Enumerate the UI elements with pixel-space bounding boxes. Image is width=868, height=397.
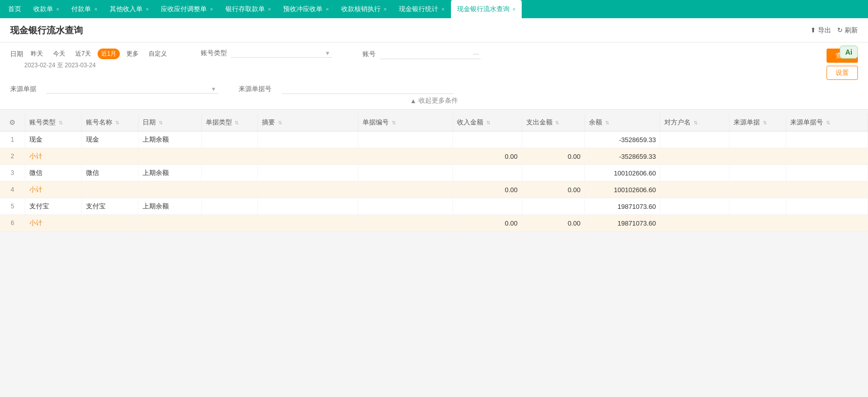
row-counterpart bbox=[660, 131, 729, 148]
header-actions: ⬆ 导出 ↻ 刷新 bbox=[810, 26, 858, 35]
close-receipt-verify-icon[interactable]: × bbox=[384, 6, 387, 12]
close-receipt-icon[interactable]: × bbox=[56, 6, 59, 12]
col-summary-header[interactable]: 摘要 ⇅ bbox=[258, 114, 358, 131]
row-summary bbox=[258, 131, 358, 148]
close-payment-icon[interactable]: × bbox=[94, 6, 97, 12]
account-type-arrow-icon: ▼ bbox=[325, 50, 330, 56]
nav-tab-receipt-verify[interactable]: 收款核销执行 × bbox=[335, 0, 393, 18]
row-src-doc bbox=[729, 131, 786, 148]
nav-tab-other-income[interactable]: 其他收入单 × bbox=[104, 0, 155, 18]
export-icon: ⬆ bbox=[810, 26, 816, 34]
refresh-label: 刷新 bbox=[845, 26, 858, 35]
source-doc-select[interactable]: ▼ bbox=[47, 85, 218, 94]
account-dots-icon[interactable]: ··· bbox=[473, 50, 479, 58]
close-ar-ap-adjust-icon[interactable]: × bbox=[210, 6, 213, 12]
row-balance: 100102606.60 bbox=[585, 182, 660, 198]
row-src-doc-no bbox=[786, 165, 868, 182]
date-btn-more[interactable]: 更多 bbox=[123, 49, 142, 59]
col-src-doc-header[interactable]: 来源单据 ⇅ bbox=[729, 114, 786, 131]
table-row[interactable]: 3 微信 微信 上期余额 100102606.60 bbox=[0, 165, 868, 182]
col-counterpart-sort-icon: ⇅ bbox=[694, 120, 698, 125]
col-acct-name-sort-icon: ⇅ bbox=[115, 120, 119, 125]
nav-tab-cash-bank-stat-label: 现金银行统计 bbox=[399, 5, 438, 14]
date-btn-custom[interactable]: 自定义 bbox=[145, 49, 170, 59]
source-doc-no-input[interactable] bbox=[282, 84, 453, 94]
nav-tab-receipt[interactable]: 收款单 × bbox=[27, 0, 65, 18]
col-doc-no-header[interactable]: 单据编号 ⇅ bbox=[358, 114, 453, 131]
row-src-doc-no bbox=[786, 182, 868, 198]
nav-tab-payment[interactable]: 付款单 × bbox=[65, 0, 103, 18]
date-btn-yesterday[interactable]: 昨天 bbox=[27, 49, 47, 59]
row-src-doc-no bbox=[786, 148, 868, 165]
row-expense bbox=[522, 165, 584, 182]
gear-icon[interactable]: ⚙ bbox=[9, 118, 16, 126]
col-date-label: 日期 bbox=[143, 118, 156, 126]
col-acct-type-header[interactable]: 账号类型 ⇅ bbox=[25, 114, 82, 131]
collapse-bar[interactable]: ▲ 收起更多条件 bbox=[10, 94, 858, 105]
date-label: 日期 bbox=[10, 50, 23, 59]
row-expense bbox=[522, 131, 584, 148]
date-btn-today[interactable]: 今天 bbox=[50, 49, 69, 59]
ai-badge[interactable]: Ai bbox=[840, 46, 858, 59]
row-counterpart bbox=[660, 215, 729, 232]
close-cash-bank-stat-icon[interactable]: × bbox=[441, 6, 444, 12]
row-doc-no bbox=[358, 131, 453, 148]
row-date: 上期余额 bbox=[139, 198, 201, 215]
col-balance-header[interactable]: 余额 ⇅ bbox=[585, 114, 660, 131]
row-acct-name bbox=[82, 215, 139, 232]
table-row[interactable]: 4 小计 0.00 0.00 100102606.60 bbox=[0, 182, 868, 198]
nav-tab-cash-bank-flow[interactable]: 现金银行流水查询 × bbox=[451, 0, 522, 18]
row-expense: 0.00 bbox=[522, 182, 584, 198]
row-acct-name: 支付宝 bbox=[82, 198, 139, 215]
col-settings-icon[interactable]: ⚙ bbox=[0, 114, 25, 131]
date-btn-1month[interactable]: 近1月 bbox=[98, 49, 120, 59]
col-date-header[interactable]: 日期 ⇅ bbox=[139, 114, 201, 131]
col-summary-label: 摘要 bbox=[262, 118, 275, 126]
settings-button[interactable]: 设置 bbox=[827, 66, 858, 80]
row-acct-type: 小计 bbox=[25, 215, 82, 232]
col-income-label: 收入金额 bbox=[457, 118, 483, 126]
col-acct-name-header[interactable]: 账号名称 ⇅ bbox=[82, 114, 139, 131]
row-acct-type: 小计 bbox=[25, 182, 82, 198]
col-counterpart-header[interactable]: 对方户名 ⇅ bbox=[660, 114, 729, 131]
row-income: 0.00 bbox=[453, 148, 522, 165]
refresh-button[interactable]: ↻ 刷新 bbox=[837, 26, 858, 35]
date-btn-7days[interactable]: 近7天 bbox=[72, 49, 95, 59]
col-acct-type-sort-icon: ⇅ bbox=[59, 120, 63, 125]
close-bank-deposit-icon[interactable]: × bbox=[268, 6, 271, 12]
top-nav: 首页 收款单 × 付款单 × 其他收入单 × 应收应付调整单 × 银行存取款单 … bbox=[0, 0, 868, 18]
nav-tab-prepay-ar[interactable]: 预收冲应收单 × bbox=[277, 0, 335, 18]
table-row[interactable]: 5 支付宝 支付宝 上期余额 19871073.60 bbox=[0, 198, 868, 215]
col-doc-type-header[interactable]: 单据类型 ⇅ bbox=[201, 114, 258, 131]
row-doc-type bbox=[201, 131, 258, 148]
close-prepay-ar-icon[interactable]: × bbox=[326, 6, 329, 12]
nav-tab-bank-deposit[interactable]: 银行存取款单 × bbox=[219, 0, 277, 18]
nav-tab-ar-ap-adjust[interactable]: 应收应付调整单 × bbox=[155, 0, 219, 18]
table-row[interactable]: 2 小计 0.00 0.00 -3528659.33 bbox=[0, 148, 868, 165]
row-doc-type bbox=[201, 215, 258, 232]
nav-tab-bank-deposit-label: 银行存取款单 bbox=[225, 5, 265, 14]
close-cash-bank-flow-icon[interactable]: × bbox=[513, 6, 516, 12]
row-balance: -3528659.33 bbox=[585, 131, 660, 148]
table-body: 1 现金 现金 上期余额 -3528659.33 2 小计 0.00 0.00 … bbox=[0, 131, 868, 232]
row-idx: 6 bbox=[0, 215, 25, 232]
col-income-header[interactable]: 收入金额 ⇅ bbox=[453, 114, 522, 131]
col-src-doc-no-header[interactable]: 来源单据号 ⇅ bbox=[786, 114, 868, 131]
nav-tab-cash-bank-stat[interactable]: 现金银行统计 × bbox=[393, 0, 450, 18]
row-income: 0.00 bbox=[453, 182, 522, 198]
export-button[interactable]: ⬆ 导出 bbox=[810, 26, 831, 35]
filter-area: 日期 昨天 今天 近7天 近1月 更多 自定义 2023-02-24 至 202… bbox=[0, 42, 868, 110]
account-field[interactable]: ··· bbox=[380, 49, 481, 59]
table-row[interactable]: 1 现金 现金 上期余额 -3528659.33 bbox=[0, 131, 868, 148]
row-summary bbox=[258, 148, 358, 165]
row-acct-type: 小计 bbox=[25, 148, 82, 165]
row-src-doc-no bbox=[786, 215, 868, 232]
account-type-select[interactable]: ▼ bbox=[231, 49, 332, 58]
row-doc-no bbox=[358, 182, 453, 198]
close-other-income-icon[interactable]: × bbox=[146, 6, 149, 12]
row-acct-name: 现金 bbox=[82, 131, 139, 148]
nav-tab-home[interactable]: 首页 bbox=[2, 0, 27, 18]
row-counterpart bbox=[660, 182, 729, 198]
col-expense-header[interactable]: 支出金额 ⇅ bbox=[522, 114, 584, 131]
table-row[interactable]: 6 小计 0.00 0.00 19871073.60 bbox=[0, 215, 868, 232]
